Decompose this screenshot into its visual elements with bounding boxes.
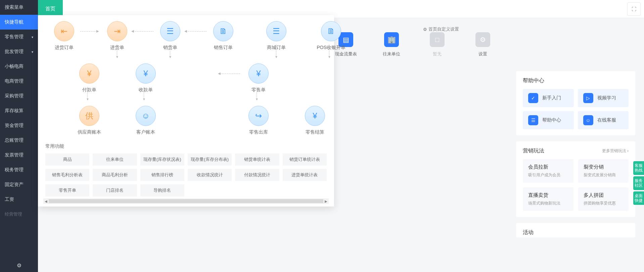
float-tab-label: 服务社区 (635, 178, 643, 188)
shortcut-label: 暂无 (433, 51, 442, 57)
sidebar-item-tax[interactable]: 税务管理 (0, 163, 38, 177)
sidebar-item-retail[interactable]: 零售管理▾ (0, 30, 38, 44)
right-column: 帮助中心 ✓新手入门 ▷视频学习 ☰帮助中心 ☺在线客服 营销玩法 更多营销玩法… (516, 25, 635, 237)
float-tab-hotline[interactable]: 客服热线 (633, 161, 644, 175)
flow-node-purchase-order[interactable]: ⇤ 进货订单 (54, 21, 74, 51)
shortcut-settings[interactable]: ⚙ 设置 (473, 32, 493, 57)
flow-label: 进货单 (110, 45, 124, 51)
mk-title: 多人拼团 (584, 192, 624, 198)
home-custom-settings-link[interactable]: ⚙ 首页自定义设置 (423, 26, 459, 32)
list-icon: ☰ (160, 21, 180, 41)
sidebar-item-funds[interactable]: 资金管理 (0, 118, 38, 133)
marketing-item-member[interactable]: 会员拉新吸引用户成为会员 (523, 159, 573, 183)
common-btn[interactable]: 销售排行榜 (140, 169, 184, 181)
common-btn[interactable]: 现存量(库存状况表) (140, 153, 184, 166)
sidebar-item-label: 工资 (5, 196, 14, 202)
sidebar-item-ledger[interactable]: 总账管理 (0, 133, 38, 148)
common-btn[interactable]: 现存量(库存分布表) (188, 153, 232, 166)
btn-label: 付款情况统计 (244, 172, 270, 178)
btn-label: 零售开单 (59, 187, 76, 193)
out-icon: ↪ (248, 106, 269, 126)
sidebar-item-invoice[interactable]: 发票管理 (0, 148, 38, 163)
arrow-down-icon (257, 87, 257, 99)
flow-node-payment[interactable] (54, 63, 78, 93)
sidebar-settings-button[interactable]: ⚙ (0, 259, 38, 272)
fullscreen-button[interactable]: ⛶ (627, 2, 641, 16)
flow-node-customer-ledger[interactable]: ☺ 客户账本 (134, 106, 157, 135)
sidebar-item-wholesale[interactable]: 批发管理▾ (0, 44, 38, 59)
marketing-item-live[interactable]: 直播卖货场景式购物新玩法 (523, 187, 573, 211)
flow-node-sales[interactable]: ☰ 销货单 (160, 21, 180, 51)
flow-node-retail[interactable]: ¥ 零售单 (247, 63, 270, 93)
common-btn[interactable]: 进货单统计表 (283, 169, 327, 181)
more-marketing-link[interactable]: 更多营销玩法 › (602, 148, 629, 154)
sidebar-item-xcshop[interactable]: 小畅电商 (0, 59, 38, 74)
common-btn[interactable]: 销货单统计表 (235, 153, 279, 166)
card-title: 活动 (523, 229, 629, 236)
flow-node-retail-settle[interactable]: ¥ 零售结算 (303, 106, 327, 135)
marketing-item-fission[interactable]: 裂变分销裂变式发展分销商 (578, 159, 629, 183)
common-btn[interactable]: 商品毛利分析 (93, 169, 137, 181)
common-btn[interactable]: 销货订单统计表 (283, 153, 327, 166)
btn-label: 销货订单统计表 (289, 156, 320, 163)
chevron-down-icon: ▾ (32, 35, 33, 39)
scroll-right-icon[interactable]: ▶ (323, 199, 329, 203)
btn-label: 商品 (63, 156, 72, 163)
flow-node-purchase[interactable]: ⇥ 进货单 (107, 21, 127, 51)
help-item-support[interactable]: ☺在线客服 (578, 111, 629, 129)
arrow-down-icon (87, 87, 88, 99)
help-item-helpcenter[interactable]: ☰帮助中心 (523, 111, 574, 129)
mk-title: 裂变分销 (584, 164, 624, 170)
common-btn[interactable]: 收款情况统计 (188, 169, 232, 181)
flow-label: POS收银开单 (317, 45, 346, 51)
arrow-left-icon (133, 31, 153, 32)
common-btn[interactable]: 销售毛利分析表 (45, 169, 89, 181)
common-btn[interactable]: 门店排名 (93, 184, 137, 196)
card-title: 帮助中心 (523, 77, 629, 84)
sidebar-item-salary[interactable]: 工资 (0, 192, 38, 207)
top-shortcuts-row: ▤ 现金流量表 🏢 往来单位 □ 暂无 ⚙ 设置 (336, 32, 493, 57)
help-item-beginner[interactable]: ✓新手入门 (523, 89, 574, 107)
sidebar-item-purchase[interactable]: 采购管理 (0, 89, 38, 103)
float-tab-community[interactable]: 服务社区 (633, 176, 644, 190)
flow-node-mall-order[interactable]: ☰ 商城订单 (266, 21, 286, 51)
flow-node-sales-order[interactable]: 🗎 销售订单 (213, 21, 233, 51)
btn-label: 往来单位 (106, 156, 124, 163)
scroll-track[interactable] (49, 199, 323, 203)
activity-card: 活动 (516, 223, 635, 237)
flyout-horizontal-scrollbar[interactable]: ◀ ▶ (43, 198, 329, 204)
flow-label: 零售单 (251, 87, 266, 93)
common-btn[interactable]: 零售开单 (45, 184, 89, 196)
shortcut-none[interactable]: □ 暂无 (427, 32, 447, 57)
placeholder-icon: □ (430, 32, 445, 47)
sidebar-item-quicknav[interactable]: 快捷导航 (0, 15, 38, 30)
marketing-card: 营销玩法 更多营销玩法 › 会员拉新吸引用户成为会员 裂变分销裂变式发展分销商 … (516, 141, 635, 217)
sidebar-item-stock[interactable]: 库存核算 (0, 103, 38, 118)
marketing-item-group[interactable]: 多人拼团拼团购物享受优惠 (578, 187, 629, 211)
common-btn[interactable]: 商品 (45, 153, 89, 166)
shortcut-contacts[interactable]: 🏢 往来单位 (381, 32, 402, 57)
common-btn[interactable]: 往来单位 (93, 153, 137, 166)
sidebar-item-search[interactable]: 搜索菜单 (0, 0, 38, 15)
flow-node-retail-out[interactable]: ↪ 零售出库 (247, 106, 270, 135)
sidebar-item-label: 总账管理 (5, 137, 24, 143)
sidebar-item-ecom[interactable]: 电商管理 (0, 74, 38, 89)
flow-diagram: ⇤ 进货订单 ⇥ 进货单 ☰ 销货单 🗎 销售订单 ☰ (45, 21, 327, 135)
chevron-right-icon: › (627, 148, 629, 153)
user-book-icon: ☺ (136, 106, 156, 126)
flow-node-receipt[interactable]: ¥ 收款单 (134, 63, 157, 93)
flow-node-pos[interactable]: 🗎 POS收银开单 (319, 21, 343, 51)
flow-node-payment[interactable]: ¥ 付款单 (78, 63, 101, 93)
common-btn[interactable]: 导购排名 (140, 184, 184, 196)
sidebar-item-assets[interactable]: 固定资产 (0, 177, 38, 192)
flow-node-supplier-ledger[interactable]: 供 供应商账本 (78, 106, 101, 135)
help-item-video[interactable]: ▷视频学习 (578, 89, 629, 107)
building-icon: 🏢 (384, 32, 399, 47)
shortcut-label: 设置 (478, 51, 487, 57)
common-btn[interactable]: 付款情况统计 (235, 169, 279, 181)
scroll-left-icon[interactable]: ◀ (43, 199, 49, 203)
gear-icon: ⚙ (475, 32, 490, 47)
sidebar-item-manage[interactable]: 经营管理 (0, 207, 38, 222)
float-tab-desktop[interactable]: 桌面快捷 (633, 191, 644, 205)
headset-icon: ☺ (583, 115, 593, 125)
